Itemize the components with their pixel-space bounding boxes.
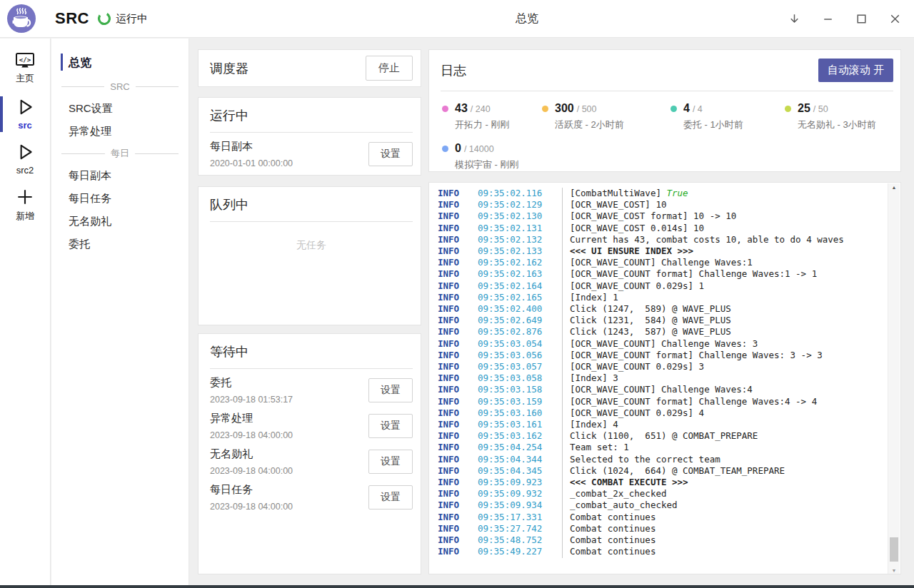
log-level: INFO bbox=[438, 361, 478, 372]
minimize-icon[interactable] bbox=[820, 11, 835, 27]
settings-button[interactable]: 设置 bbox=[368, 414, 413, 438]
log-message: [OCR_WAVE_COUNT 0.029s] 1 bbox=[562, 280, 704, 292]
rail-item-label: src bbox=[18, 120, 32, 131]
stat-dot bbox=[442, 106, 448, 112]
log-line: INFO 09:35:02.133 <<< UI ENSURE INDEX >>… bbox=[438, 245, 900, 257]
running-spinner-icon bbox=[97, 11, 111, 26]
pending-title: 等待中 bbox=[210, 343, 413, 369]
log-line: INFO 09:35:09.934 _combat_auto_checked bbox=[438, 500, 900, 511]
scrollbar-thumb[interactable] bbox=[890, 537, 898, 562]
log-header-panel: 日志 自动滚动 开 43/ 240 开拓力 - 刚刚 300/ 500 活跃度 … bbox=[428, 49, 901, 172]
settings-button[interactable]: 设置 bbox=[368, 378, 413, 402]
log-line: INFO 09:35:04.344 Selected to the correc… bbox=[438, 454, 900, 465]
stat-label: 无名勋礼 - 3小时前 bbox=[798, 118, 876, 131]
task-time: 2023-09-18 04:00:00 bbox=[210, 502, 368, 512]
log-console[interactable]: INFO 09:35:02.116 [CombatMultiWave] True… bbox=[428, 182, 901, 574]
log-line: INFO 09:35:03.159 [OCR_WAVE_COUNT format… bbox=[438, 396, 900, 407]
log-level: INFO bbox=[438, 372, 478, 384]
pending-task-row: 异常处理 2023-09-18 04:00:00 设置 bbox=[210, 405, 413, 440]
log-message: [Index] 1 bbox=[562, 292, 618, 303]
log-level: INFO bbox=[438, 407, 478, 419]
maximize-icon[interactable] bbox=[853, 11, 869, 27]
log-timestamp: 09:35:02.133 bbox=[478, 245, 562, 257]
submenu-item-src-settings[interactable]: SRC设置 bbox=[51, 97, 189, 120]
log-timestamp: 09:35:03.159 bbox=[478, 396, 562, 407]
log-line: INFO 09:35:03.056 [OCR_WAVE_COUNT format… bbox=[438, 350, 900, 361]
log-timestamp: 09:35:02.163 bbox=[478, 268, 562, 280]
log-timestamp: 09:35:02.649 bbox=[478, 315, 562, 326]
scheduler-panel: 调度器 停止 bbox=[198, 49, 421, 87]
stop-button[interactable]: 停止 bbox=[366, 56, 413, 81]
log-message: Combat continues bbox=[562, 546, 656, 557]
log-message: Click (1243, 587) @ WAVE_PLUS bbox=[562, 326, 731, 338]
log-timestamp: 09:35:27.742 bbox=[478, 523, 562, 534]
dashboard-row-2: 0/ 14000 模拟宇宙 - 刚刚 bbox=[441, 142, 893, 171]
log-line: INFO 09:35:02.876 Click (1243, 587) @ WA… bbox=[438, 326, 900, 338]
task-name: 委托 bbox=[210, 376, 368, 390]
scrollbar-down-arrow-icon[interactable]: ▼ bbox=[888, 568, 900, 573]
log-line: INFO 09:35:09.923 <<< COMBAT EXECUTE >>> bbox=[438, 477, 900, 488]
log-level: INFO bbox=[438, 465, 478, 477]
log-timestamp: 09:35:03.057 bbox=[478, 361, 562, 372]
log-line: INFO 09:35:03.058 [Index] 3 bbox=[438, 372, 900, 384]
scrollbar-up-arrow-icon[interactable]: ▲ bbox=[888, 185, 900, 190]
submenu-item-nameless-honor[interactable]: 无名勋礼 bbox=[51, 210, 189, 233]
log-level: INFO bbox=[438, 188, 478, 199]
log-message: [OCR_WAVE_COUNT] Challenge Waves:4 bbox=[562, 384, 753, 395]
settings-button[interactable]: 设置 bbox=[368, 142, 413, 166]
rail-item-home[interactable]: </> 主页 bbox=[0, 51, 50, 96]
queue-title: 队列中 bbox=[210, 196, 413, 222]
rail-item-label: 新增 bbox=[16, 210, 34, 223]
log-scrollbar[interactable]: ▲ ▼ bbox=[888, 183, 900, 574]
log-line: INFO 09:35:02.131 [OCR_WAVE_COST 0.014s]… bbox=[438, 223, 900, 234]
log-level: INFO bbox=[438, 430, 478, 442]
log-message: Current has 43, combat costs 10, able to… bbox=[562, 234, 844, 245]
log-level: INFO bbox=[438, 384, 478, 395]
scheduler-title: 调度器 bbox=[210, 60, 248, 77]
submenu-item-daily-dungeon[interactable]: 每日副本 bbox=[51, 164, 189, 187]
rail-item-add[interactable]: 新增 bbox=[0, 186, 50, 231]
plus-icon bbox=[14, 186, 36, 208]
log-timestamp: 09:35:02.130 bbox=[478, 211, 562, 222]
log-line: INFO 09:35:02.162 [OCR_WAVE_COUNT] Chall… bbox=[438, 257, 900, 268]
log-level: INFO bbox=[438, 245, 478, 257]
log-line: INFO 09:35:02.649 Click (1231, 584) @ WA… bbox=[438, 315, 900, 326]
log-line: INFO 09:35:09.932 _combat_2x_checked bbox=[438, 488, 900, 500]
log-line: INFO 09:35:02.163 [OCR_WAVE_COUNT format… bbox=[438, 268, 900, 280]
log-message: [Index] 3 bbox=[562, 372, 618, 384]
log-level: INFO bbox=[438, 500, 478, 511]
log-message: Combat continues bbox=[562, 534, 656, 546]
log-message: _combat_2x_checked bbox=[562, 488, 666, 500]
log-level: INFO bbox=[438, 326, 478, 338]
log-timestamp: 09:35:09.934 bbox=[478, 500, 562, 511]
log-timestamp: 09:35:04.345 bbox=[478, 465, 562, 477]
group-title: 每日 bbox=[111, 147, 129, 160]
autoscroll-toggle-button[interactable]: 自动滚动 开 bbox=[818, 59, 893, 82]
log-message: Click (1231, 584) @ WAVE_PLUS bbox=[562, 315, 731, 326]
log-message: _combat_auto_checked bbox=[562, 500, 678, 511]
submenu-item-assignment[interactable]: 委托 bbox=[51, 233, 189, 255]
settings-button[interactable]: 设置 bbox=[368, 450, 413, 474]
rail-item-label: 主页 bbox=[16, 72, 34, 85]
log-timestamp: 09:35:03.161 bbox=[478, 419, 562, 430]
arrow-down-icon[interactable] bbox=[786, 11, 802, 27]
log-level: INFO bbox=[438, 396, 478, 407]
close-icon[interactable] bbox=[887, 11, 903, 27]
rail-item-src[interactable]: src bbox=[0, 96, 50, 141]
stat-dot bbox=[542, 106, 548, 112]
settings-button[interactable]: 设置 bbox=[368, 485, 413, 510]
log-timestamp: 09:35:03.054 bbox=[478, 338, 562, 350]
submenu-item-overview[interactable]: 总览 bbox=[51, 50, 189, 76]
rail-item-src2[interactable]: src2 bbox=[0, 141, 50, 186]
submenu-item-daily-quest[interactable]: 每日任务 bbox=[51, 187, 189, 210]
log-level: INFO bbox=[438, 303, 478, 315]
log-line: INFO 09:35:04.345 Click (1024, 664) @ CO… bbox=[438, 465, 900, 477]
submenu-item-error-handling[interactable]: 异常处理 bbox=[51, 120, 189, 143]
log-line: INFO 09:35:02.130 [OCR_WAVE_COST format]… bbox=[438, 211, 900, 222]
log-timestamp: 09:35:03.162 bbox=[478, 430, 562, 442]
log-line: INFO 09:35:03.057 [OCR_WAVE_COUNT 0.029s… bbox=[438, 361, 900, 372]
log-line: INFO 09:35:02.164 [OCR_WAVE_COUNT 0.029s… bbox=[438, 280, 900, 292]
pending-task-row: 委托 2023-09-18 01:53:17 设置 bbox=[210, 369, 413, 405]
log-line: INFO 09:35:03.160 [OCR_WAVE_COUNT 0.029s… bbox=[438, 407, 900, 419]
log-message: <<< COMBAT EXECUTE >>> bbox=[562, 477, 688, 488]
